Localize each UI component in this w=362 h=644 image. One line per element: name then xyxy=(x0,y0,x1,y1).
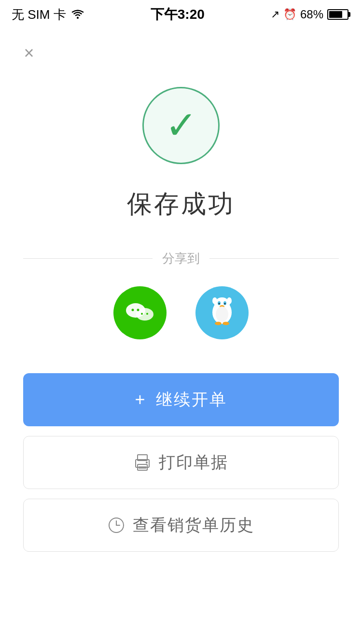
svg-point-14 xyxy=(216,307,228,322)
printer-icon xyxy=(134,454,151,471)
svg-point-15 xyxy=(215,322,222,325)
svg-point-24 xyxy=(146,462,148,463)
print-button[interactable]: 打印单据 xyxy=(23,436,339,489)
svg-point-16 xyxy=(223,322,229,325)
divider-line-right xyxy=(209,258,339,259)
status-bar: 无 SIM 卡 下午3:20 ↗ ⏰ 68% xyxy=(0,0,362,29)
continue-label: 继续开单 xyxy=(156,389,227,411)
svg-point-5 xyxy=(141,313,143,315)
battery-icon xyxy=(327,9,350,20)
print-label: 打印单据 xyxy=(159,451,228,474)
qq-icon xyxy=(207,296,237,330)
svg-point-4 xyxy=(137,308,139,311)
success-circle: ✓ xyxy=(142,87,220,164)
svg-point-12 xyxy=(224,303,226,305)
close-button[interactable]: × xyxy=(14,39,43,68)
status-right: ↗ ⏰ 68% xyxy=(271,8,350,21)
battery-percent: 68% xyxy=(300,8,323,21)
share-divider: 分享到 xyxy=(23,250,339,267)
svg-point-11 xyxy=(219,303,220,305)
status-time: 下午3:20 xyxy=(151,5,205,24)
share-label: 分享到 xyxy=(153,250,209,267)
svg-point-17 xyxy=(212,297,217,304)
status-left: 无 SIM 卡 xyxy=(12,6,84,23)
divider-line-left xyxy=(23,258,153,259)
qq-share-button[interactable] xyxy=(195,286,249,339)
history-button[interactable]: 查看销货单历史 xyxy=(23,499,339,552)
wifi-icon xyxy=(71,10,84,19)
share-icons xyxy=(23,286,339,339)
main-content: ✓ 保存成功 分享到 xyxy=(0,68,362,644)
checkmark-icon: ✓ xyxy=(165,106,197,145)
location-icon: ↗ xyxy=(271,8,279,21)
continue-button[interactable]: + 继续开单 xyxy=(23,373,339,426)
carrier-text: 无 SIM 卡 xyxy=(12,6,66,23)
close-icon: × xyxy=(24,44,34,62)
success-title: 保存成功 xyxy=(127,187,235,221)
svg-point-6 xyxy=(146,313,148,315)
wechat-share-button[interactable] xyxy=(113,286,167,339)
share-section: 分享到 xyxy=(23,250,339,339)
wechat-icon xyxy=(124,300,156,326)
svg-point-0 xyxy=(77,17,79,19)
action-buttons: + 继续开单 打印单据 查看销货单历史 xyxy=(23,373,339,552)
svg-point-18 xyxy=(227,297,232,304)
alarm-icon: ⏰ xyxy=(283,8,296,21)
history-label: 查看销货单历史 xyxy=(133,514,254,536)
clock-icon xyxy=(108,517,125,534)
svg-point-3 xyxy=(132,308,134,311)
plus-icon: + xyxy=(135,390,146,410)
